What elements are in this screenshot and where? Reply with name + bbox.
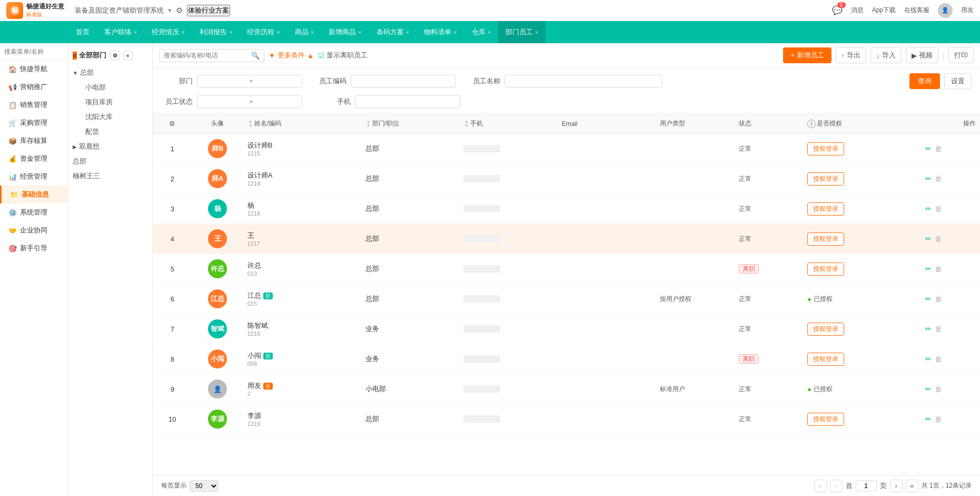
edit-icon[interactable]: ✏ [925,205,932,213]
close-icon[interactable]: × [229,29,232,35]
nav-item-history[interactable]: 经营历程× [240,21,287,43]
authorize-button[interactable]: 授权登录 [807,262,844,276]
dept-node-project[interactable]: 项目库房 [81,95,152,110]
nav-item-profit[interactable]: 利润报告× [192,21,240,43]
dept-settings-icon[interactable]: ⚙ [111,51,120,60]
prev-page-btn[interactable]: ‹ [830,480,843,492]
col-settings[interactable]: ⚙ [153,114,192,134]
app-download-link[interactable]: App下载 [872,6,896,15]
nav-item-customer[interactable]: 客户联络× [97,21,144,43]
edit-icon[interactable]: ✏ [925,265,932,273]
close-icon[interactable]: × [276,29,280,35]
nav-item-department[interactable]: 部门员工× [498,21,546,43]
sidebar-item-guide[interactable]: 🎯 新手引导 [0,239,68,257]
close-icon[interactable]: × [358,29,361,35]
col-phone-header[interactable]: ▲▼ 手机 [459,114,558,134]
delete-icon[interactable]: 🗑 [935,325,942,333]
page-number-input[interactable] [856,480,877,491]
notification-area[interactable]: 💬 6 [832,5,843,15]
nav-item-warehouse[interactable]: 仓库× [464,21,498,43]
dept-node-xiaodian[interactable]: 小电部 [81,80,152,95]
dept-node-shuanglu[interactable]: ▶ 双鹿想 [68,139,152,154]
delete-icon[interactable]: 🗑 [935,235,942,243]
col-dept-header[interactable]: ▲▼ 部门/职位 [361,114,460,134]
close-icon[interactable]: × [535,29,538,35]
dept-all[interactable]: ≡ 全部部门 ⚙ « [68,47,152,63]
sidebar-item-collab[interactable]: 🤝 企业协同 [0,221,68,239]
close-icon[interactable]: × [181,29,184,35]
edit-icon[interactable]: ✏ [925,385,932,393]
sidebar-item-management[interactable]: 📊 经营管理 [0,168,68,186]
edit-icon[interactable]: ✏ [925,415,932,423]
add-employee-button[interactable]: + 新增员工 [783,47,831,63]
sidebar-search-input[interactable] [4,48,68,55]
page-size-select[interactable]: 50 20 100 [190,480,219,492]
import-button[interactable]: ↓ 导入 [870,47,902,63]
delete-icon[interactable]: 🗑 [935,265,942,273]
nav-item-product[interactable]: 商品× [288,21,321,43]
phone-input[interactable] [355,95,460,108]
search-input-box[interactable]: 🔍 [159,49,264,62]
close-icon[interactable]: × [488,29,491,35]
experience-button[interactable]: 体验行业方案 [187,5,230,16]
nav-item-add-product[interactable]: 新增商品× [321,21,369,43]
nav-item-material[interactable]: 物料清单× [417,21,464,43]
emp-name-input[interactable] [504,75,662,87]
delete-icon[interactable]: 🗑 [935,355,942,363]
edit-icon[interactable]: ✏ [925,144,932,153]
info-icon[interactable]: ℹ [807,120,816,128]
dept-node-shenyang[interactable]: 沈阳大库 [81,110,152,124]
sidebar-item-sales[interactable]: 📋 销售管理 [0,96,68,114]
delete-icon[interactable]: 🗑 [935,174,942,183]
nav-item-barcode[interactable]: 条码方案× [369,21,417,43]
sidebar-item-inventory[interactable]: 📦 库存核算 [0,132,68,150]
edit-icon[interactable]: ✏ [925,174,932,183]
first-page-btn[interactable]: « [814,480,827,492]
delete-icon[interactable]: 🗑 [935,205,942,213]
sidebar-item-quicknav[interactable]: 🏠 快捷导航 [0,60,68,78]
close-icon[interactable]: × [134,29,137,35]
authorize-button[interactable]: 授权登录 [807,323,844,336]
dept-collapse-icon[interactable]: « [123,51,133,60]
reset-button[interactable]: 设置 [944,73,972,89]
dept-node-nanshu[interactable]: 楠树王三 [68,169,152,183]
authorize-button[interactable]: 授权登录 [807,202,844,216]
search-button[interactable]: 查询 [909,73,940,89]
sidebar-item-purchase[interactable]: 🛒 采购管理 [0,114,68,132]
search-input[interactable] [164,52,249,59]
show-resigned-checkbox[interactable]: ☑ 显示离职员工 [318,51,368,60]
authorize-button[interactable]: 授权登录 [807,232,844,246]
close-icon[interactable]: × [453,29,457,35]
nav-item-operation[interactable]: 经营情况× [144,21,192,43]
settings-icon[interactable]: ⚙ [176,6,183,15]
authorize-button[interactable]: 授权登录 [807,413,844,426]
edit-icon[interactable]: ✏ [925,325,932,333]
sidebar-item-marketing[interactable]: 📢 营销推广 [0,78,68,96]
delete-icon[interactable]: 🗑 [935,385,942,393]
status-select[interactable]: ▾ [197,95,302,108]
search-icon[interactable]: 🔍 [251,52,260,60]
col-name-header[interactable]: ▲▼ 姓名/编码 [243,114,361,134]
print-button[interactable]: 打印 [948,47,974,63]
more-filter-btn[interactable]: ▼ 更多条件 ▲ [269,51,314,60]
view-button[interactable]: ▶ 视频 [906,47,938,63]
dropdown-icon[interactable]: ▾ [168,6,172,14]
dept-node-zongbu2[interactable]: 总部 [68,154,152,169]
sidebar-item-system[interactable]: ⚙️ 系统管理 [0,203,68,221]
dept-select[interactable]: ▾ [197,75,302,87]
edit-icon[interactable]: ✏ [925,295,932,303]
authorize-button[interactable]: 授权登录 [807,142,844,155]
delete-icon[interactable]: 🗑 [935,295,942,303]
close-icon[interactable]: × [406,29,409,35]
online-service-link[interactable]: 在线客服 [904,6,929,15]
sidebar-item-basic-info[interactable]: 📁 基础信息 [0,186,68,203]
close-icon[interactable]: × [311,29,314,35]
last-page-btn[interactable]: » [906,480,918,492]
delete-icon[interactable]: 🗑 [935,415,942,423]
authorize-button[interactable]: 授权登录 [807,172,844,186]
export-button[interactable]: ↑ 导出 [836,47,867,63]
emp-code-input[interactable] [351,75,456,87]
edit-icon[interactable]: ✏ [925,235,932,243]
sidebar-item-finance[interactable]: 💰 资金管理 [0,150,68,168]
authorize-button[interactable]: 授权登录 [807,353,844,366]
